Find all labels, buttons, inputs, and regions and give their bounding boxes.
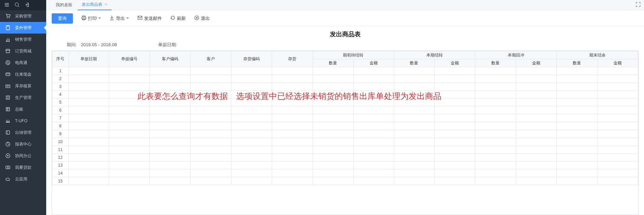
table-row[interactable]: 6 [52, 106, 638, 114]
cell [68, 162, 109, 169]
cell [475, 154, 516, 162]
sidebar-item-collab[interactable]: 协同办公 [0, 150, 46, 162]
sidebar-item-tufo[interactable]: UFOT-UFO [0, 115, 46, 127]
table-row[interactable]: 3 [52, 83, 638, 91]
th-custcode[interactable]: 客户编码 [150, 51, 191, 67]
table-row[interactable]: 13 [52, 162, 638, 169]
exit-button[interactable]: 退出 [194, 15, 210, 22]
sidebar-top-bar [0, 0, 46, 10]
cart-icon [5, 13, 11, 19]
th-amount[interactable]: 金额 [516, 59, 557, 67]
sidebar-item-reports[interactable]: 报表中心 [0, 138, 46, 150]
query-button[interactable]: 查询 [52, 13, 73, 24]
table-row[interactable]: 12 [52, 154, 638, 162]
filter-bar: 期间: 2018.05 - 2018.08 单据日期: [46, 40, 644, 51]
table-row[interactable]: 1 [52, 67, 638, 75]
main-area: 我的桌面发出商品表✕ 查询 打印 导出 发送邮件 [46, 0, 644, 215]
svg-point-17 [7, 167, 9, 168]
export-button[interactable]: 导出 [109, 15, 129, 22]
th-amount[interactable]: 金额 [353, 59, 394, 67]
table-row[interactable]: 11 [52, 146, 638, 154]
sidebar-item-cloud[interactable]: 云应用 [0, 173, 46, 185]
docdate-filter[interactable]: 单据日期: [158, 42, 180, 48]
table-container: 序号 单据日期 单据编号 客户编码 客户 存货编码 存货 期初待结转 本期结转 … [52, 51, 639, 215]
sidebar-item-gl[interactable]: 总账 [0, 103, 46, 115]
table-row[interactable]: 15 [52, 177, 638, 185]
th-docno[interactable]: 单据编号 [109, 51, 150, 67]
menu-icon[interactable] [4, 2, 10, 9]
sidebar-item-ecom[interactable]: 电电商通 [0, 57, 46, 68]
cell [435, 67, 475, 75]
refresh-button[interactable]: 刷新 [170, 15, 186, 22]
th-qty[interactable]: 数量 [312, 59, 353, 67]
cell-seq: 10 [52, 138, 69, 146]
th-qty[interactable]: 数量 [557, 59, 597, 67]
th-qty[interactable]: 数量 [475, 59, 516, 67]
cell [109, 91, 150, 99]
table-row[interactable]: 9 [52, 130, 638, 138]
period-filter[interactable]: 期间: 2018.05 - 2018.08 [67, 42, 117, 48]
sidebar-item-purchase[interactable]: 采购管理 [0, 10, 46, 22]
print-button[interactable]: 打印 [81, 15, 101, 22]
th-inv[interactable]: 存货 [272, 51, 312, 67]
cell [191, 130, 231, 138]
table-row[interactable]: 4 [52, 91, 638, 99]
th-invcode[interactable]: 存货编码 [231, 51, 272, 67]
shop-icon [5, 48, 11, 54]
svg-point-1 [7, 17, 8, 18]
sidebar-item-label: 销售管理 [15, 37, 31, 42]
sidebar-item-loan[interactable]: 我要贷款 [0, 162, 46, 173]
cell [68, 114, 109, 122]
exit-icon[interactable] [25, 2, 30, 9]
cell [597, 177, 638, 185]
cell [435, 75, 475, 83]
mail-label: 发送邮件 [144, 15, 162, 22]
fullscreen-icon[interactable] [636, 2, 641, 8]
th-docdate[interactable]: 单据日期 [68, 51, 109, 67]
mail-button[interactable]: 发送邮件 [137, 15, 162, 22]
th-group-current[interactable]: 本期结转 [394, 51, 475, 59]
svg-rect-12 [6, 131, 10, 134]
th-group-begin[interactable]: 期初待结转 [312, 51, 394, 59]
cell-seq: 14 [52, 169, 69, 177]
sidebar-item-cash[interactable]: 往来现金 [0, 68, 46, 80]
caret-down-icon [126, 17, 129, 20]
sidebar-item-label: 生产管理 [15, 95, 31, 101]
cell [150, 114, 191, 122]
table-row[interactable]: 7 [52, 114, 638, 122]
th-qty[interactable]: 数量 [394, 59, 435, 67]
cell [475, 75, 516, 83]
tab-1[interactable]: 发出商品表✕ [78, 0, 112, 10]
table-row[interactable]: 10 [52, 138, 638, 146]
sidebar-item-inventory[interactable]: 库存核算 [0, 80, 46, 92]
table-row[interactable]: 14 [52, 169, 638, 177]
th-cust[interactable]: 客户 [191, 51, 231, 67]
cell-seq: 1 [52, 67, 69, 75]
sidebar-item-outsource[interactable]: 委外管理 [0, 22, 46, 34]
cell [231, 67, 272, 75]
sidebar-item-ordermall[interactable]: 订货商城 [0, 45, 46, 57]
cloud-icon [5, 176, 11, 182]
sidebar-item-production[interactable]: 生产管理 [0, 92, 46, 103]
sidebar-item-cashier[interactable]: 出纳管理 [0, 127, 46, 138]
tab-close-icon[interactable]: ✕ [104, 2, 107, 7]
sidebar-item-sales[interactable]: 销售管理 [0, 34, 46, 45]
search-icon[interactable] [14, 2, 20, 9]
docdate-label: 单据日期: [158, 42, 177, 47]
th-group-back[interactable]: 本期回冲 [475, 51, 557, 59]
cell [516, 83, 557, 91]
th-amount[interactable]: 金额 [435, 59, 475, 67]
th-amount[interactable]: 金额 [597, 59, 638, 67]
th-group-end[interactable]: 期末结余 [557, 51, 638, 59]
tab-0[interactable]: 我的桌面 [52, 0, 76, 10]
mail-icon [137, 15, 143, 22]
cell [68, 91, 109, 99]
th-seq[interactable]: 序号 [52, 51, 69, 67]
loan-icon [5, 165, 11, 170]
sidebar-item-label: 采购管理 [15, 13, 31, 19]
table-row[interactable]: 8 [52, 122, 638, 130]
table-row[interactable]: 2 [52, 75, 638, 83]
table-row[interactable]: 5 [52, 99, 638, 106]
svg-point-0 [15, 3, 18, 6]
cell [475, 114, 516, 122]
